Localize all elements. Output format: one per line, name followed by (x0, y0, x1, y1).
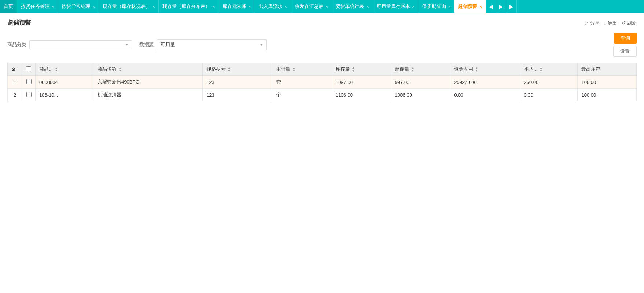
close-icon[interactable]: × (153, 4, 155, 9)
nav-expand-button[interactable]: ▶ (506, 0, 517, 13)
close-icon[interactable]: × (479, 4, 482, 9)
select-all-checkbox[interactable] (26, 66, 31, 71)
close-icon[interactable]: × (285, 4, 287, 9)
product-name-cell: 六配套新昌490BPG (94, 76, 202, 89)
nav-item-stock-status[interactable]: 现存量（库存状况表） × (99, 0, 159, 13)
sort-icon: ▲▼ (55, 67, 58, 73)
close-icon[interactable]: × (212, 4, 215, 9)
category-label: 商品分类 (7, 41, 26, 48)
nav-item-batch[interactable]: 库存批次账 × (219, 0, 255, 13)
filter-row: 商品分类 ▾ 数据源 可用量 ▾ 查询 设置 (7, 33, 637, 57)
share-icon: ↗ (585, 20, 589, 26)
max-stock-header[interactable]: 最高库存 (578, 63, 637, 76)
page-title: 超储预警 (7, 19, 31, 27)
close-icon[interactable]: × (412, 4, 414, 9)
table-header-row: ⚙ 商品... ▲▼ 商品名称 ▲▼ 规格型号 ▲▼ 主计 (8, 63, 637, 76)
category-filter-group: 商品分类 ▾ (7, 40, 132, 49)
sort-icon: ▲▼ (352, 67, 355, 73)
sort-icon: ▲▼ (293, 67, 296, 73)
close-icon[interactable]: × (52, 4, 54, 9)
max-stock-cell: 100.00 (578, 89, 637, 101)
nav-item-summary[interactable]: 收发存汇总表 × (291, 0, 332, 13)
unit-cell: 个 (272, 89, 332, 101)
row-number: 2 (8, 89, 22, 101)
product-code-cell: 0000004 (36, 76, 94, 89)
unit-cell: 套 (272, 76, 332, 89)
settings-button[interactable]: 设置 (613, 46, 637, 57)
sort-icon: ▲▼ (119, 67, 122, 73)
chevron-down-icon: ▾ (126, 42, 128, 47)
refresh-button[interactable]: ↺ 刷新 (622, 20, 637, 26)
spec-header[interactable]: 规格型号 ▲▼ (203, 63, 272, 76)
nav-item-pick-exception[interactable]: 拣货异常处理 × (58, 0, 99, 13)
over-stock-cell: 1006.00 (391, 89, 450, 101)
spec-cell: 123 (203, 89, 272, 101)
product-name-header[interactable]: 商品名称 ▲▼ (94, 63, 202, 76)
datasource-value: 可用量 (161, 41, 175, 48)
nav-prev-button[interactable]: ◀ (486, 0, 496, 13)
nav-item-pick-task[interactable]: 拣货任务管理 × (17, 0, 58, 13)
over-stock-cell: 997.00 (391, 76, 450, 89)
data-table: ⚙ 商品... ▲▼ 商品名称 ▲▼ 规格型号 ▲▼ 主计 (7, 63, 637, 101)
product-code-header[interactable]: 商品... ▲▼ (36, 63, 94, 76)
stock-header[interactable]: 库存量 ▲▼ (332, 63, 391, 76)
over-stock-header[interactable]: 超储量 ▲▼ (391, 63, 450, 76)
stock-cell: 1097.00 (332, 76, 391, 89)
sort-icon: ▲▼ (411, 67, 414, 73)
category-select[interactable]: ▾ (29, 40, 132, 49)
datasource-select[interactable]: 可用量 ▾ (157, 39, 267, 50)
row-checkbox-cell[interactable] (22, 89, 36, 101)
capital-cell: 0.00 (450, 89, 520, 101)
share-button[interactable]: ↗ 分享 (585, 20, 600, 26)
nav-next-button[interactable]: ▶ (496, 0, 506, 13)
nav-item-flow[interactable]: 出入库流水 × (255, 0, 291, 13)
page-content: 超储预警 ↗ 分享 ↓ 导出 ↺ 刷新 商品分类 ▾ 数据源 (0, 13, 644, 293)
nav-item-stock-dist[interactable]: 现存量（库存分布表） × (159, 0, 219, 13)
page-header: 超储预警 ↗ 分享 ↓ 导出 ↺ 刷新 (7, 19, 637, 27)
capital-cell: 259220.00 (450, 76, 520, 89)
product-code-cell: 186-10... (36, 89, 94, 101)
capital-header[interactable]: 资金占用 ▲▼ (450, 63, 520, 76)
stock-cell: 1106.00 (332, 89, 391, 101)
unit-header[interactable]: 主计量 ▲▼ (272, 63, 332, 76)
max-stock-cell: 100.00 (578, 76, 637, 89)
gear-column-header[interactable]: ⚙ (8, 63, 22, 76)
close-icon[interactable]: × (326, 4, 328, 9)
gear-icon: ⚙ (11, 67, 16, 72)
sort-icon: ▲▼ (475, 67, 478, 73)
checkbox-column-header[interactable] (22, 63, 36, 76)
datasource-label: 数据源 (139, 41, 154, 48)
datasource-filter-group: 数据源 可用量 ▾ (139, 39, 267, 50)
close-icon[interactable]: × (448, 4, 450, 9)
product-name-cell: 机油滤清器 (94, 89, 202, 101)
close-icon[interactable]: × (366, 4, 369, 9)
spec-cell: 123 (203, 76, 272, 89)
export-icon: ↓ (604, 20, 607, 26)
table-row: 2 186-10... 机油滤清器 123 个 1106.00 1006.00 … (8, 89, 637, 101)
row-checkbox[interactable] (26, 92, 32, 97)
sort-icon: ▲▼ (228, 67, 231, 73)
top-nav: 首页 拣货任务管理 × 拣货异常处理 × 现存量（库存状况表） × 现存量（库存… (0, 0, 644, 13)
nav-item-available[interactable]: 可用量库存账本 × (373, 0, 418, 13)
nav-item-shelf-life[interactable]: 保质期查询 × (418, 0, 454, 13)
avg-header[interactable]: 平均... ▲▼ (520, 63, 578, 76)
header-actions: ↗ 分享 ↓ 导出 ↺ 刷新 (585, 20, 637, 26)
row-checkbox-cell[interactable] (22, 76, 36, 89)
query-button[interactable]: 查询 (614, 33, 637, 44)
nav-item-overstock[interactable]: 超储预警 × (454, 0, 486, 13)
table-row: 1 0000004 六配套新昌490BPG 123 套 1097.00 997.… (8, 76, 637, 89)
filter-buttons: 查询 设置 (613, 33, 637, 57)
chevron-down-icon: ▾ (260, 42, 263, 47)
nav-item-order-stat[interactable]: 要货单统计表 × (332, 0, 373, 13)
refresh-icon: ↺ (622, 20, 626, 26)
close-icon[interactable]: × (92, 4, 95, 9)
close-icon[interactable]: × (249, 4, 251, 9)
export-button[interactable]: ↓ 导出 (604, 20, 618, 26)
avg-cell: 0.00 (520, 89, 578, 101)
nav-item-home[interactable]: 首页 (0, 0, 17, 13)
sort-icon: ▲▼ (539, 67, 542, 73)
row-number: 1 (8, 76, 22, 89)
row-checkbox[interactable] (26, 79, 32, 84)
avg-cell: 260.00 (520, 76, 578, 89)
